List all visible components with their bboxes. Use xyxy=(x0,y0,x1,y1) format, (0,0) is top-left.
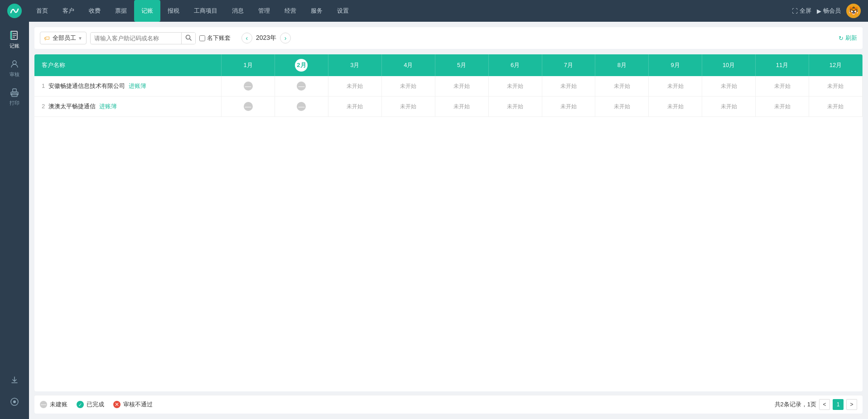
table-container: 客户名称 1月 2月 3月 4月 xyxy=(34,54,863,391)
company-name: 安徽畅捷通信息技术有限公司 xyxy=(48,82,125,89)
cell-month-7: 未开始 xyxy=(542,76,595,96)
cell-month-11: 未开始 xyxy=(756,96,809,117)
nav-manage[interactable]: 管理 xyxy=(251,0,277,22)
nav-right: ⛶ 全屏 ▶ 畅会员 🐯 xyxy=(792,4,868,18)
cell-month-1: — xyxy=(222,96,275,117)
sidebar-item-chat[interactable] xyxy=(7,392,22,412)
status-not-started: 未开始 xyxy=(721,83,737,89)
next-page-button[interactable]: > xyxy=(846,399,857,410)
table-row: 2澳澳太平畅捷通信进账簿——未开始未开始未开始未开始未开始未开始未开始未开始未开… xyxy=(34,96,863,117)
main-table: 客户名称 1月 2月 3月 4月 xyxy=(34,54,863,117)
status-not-started: 未开始 xyxy=(774,83,791,89)
sidebar-item-bookkeeping[interactable]: 记账 xyxy=(0,25,29,54)
cell-month-7: 未开始 xyxy=(542,96,595,117)
cell-month-6: 未开始 xyxy=(488,96,542,117)
cell-month-11: 未开始 xyxy=(756,76,809,96)
col-header-name: 客户名称 xyxy=(34,54,222,76)
rejected-icon: ✕ xyxy=(113,401,121,408)
sidebar-item-review[interactable]: 审核 xyxy=(0,54,29,82)
nav-bookkeeping[interactable]: 记账 xyxy=(134,0,160,22)
status-not-started: 未开始 xyxy=(667,83,684,89)
status-not-started: 未开始 xyxy=(721,103,737,110)
year-nav: ‹ 2023年 › xyxy=(241,33,291,43)
status-minus-icon: — xyxy=(244,102,253,111)
employee-filter[interactable]: 🏷 全部员工 ▼ xyxy=(40,32,87,44)
sidebar-item-download[interactable] xyxy=(7,370,22,390)
col-header-may: 5月 xyxy=(435,54,488,76)
refresh-button[interactable]: ↻ 刷新 xyxy=(839,34,857,42)
company-name: 澳澳太平畅捷通信 xyxy=(48,103,96,110)
svg-line-12 xyxy=(189,39,191,40)
completed-icon: ✓ xyxy=(77,401,84,408)
enter-ledger-link[interactable]: 进账簿 xyxy=(99,103,117,110)
status-not-started: 未开始 xyxy=(774,103,791,110)
prev-page-button[interactable]: < xyxy=(819,399,830,410)
nav-fee[interactable]: 收费 xyxy=(82,0,108,22)
table-row: 1安徽畅捷通信息技术有限公司进账簿——未开始未开始未开始未开始未开始未开始未开始… xyxy=(34,76,863,96)
cell-month-8: 未开始 xyxy=(595,96,649,117)
search-input[interactable] xyxy=(91,33,181,43)
cell-month-1: — xyxy=(222,76,275,96)
refresh-label: 刷新 xyxy=(845,34,857,42)
col-header-dec: 12月 xyxy=(809,54,862,76)
rejected-label: 审核不通过 xyxy=(123,400,153,409)
search-button[interactable] xyxy=(181,33,195,44)
pagination: 共2条记录，1页 < 1 > xyxy=(775,399,857,410)
nav-settings[interactable]: 设置 xyxy=(330,0,356,22)
cell-month-9: 未开始 xyxy=(649,76,702,96)
member-button[interactable]: ▶ 畅会员 xyxy=(817,7,841,15)
page-1-button[interactable]: 1 xyxy=(833,399,844,410)
sidebar-item-print[interactable]: 打印 xyxy=(0,82,29,111)
cell-month-5: 未开始 xyxy=(435,96,488,117)
next-year-button[interactable]: › xyxy=(280,33,291,43)
cell-month-3: 未开始 xyxy=(328,96,381,117)
nav-operations[interactable]: 经营 xyxy=(277,0,304,22)
nav-message[interactable]: 消息 xyxy=(225,0,251,22)
nav-tax[interactable]: 报税 xyxy=(160,0,187,22)
logo xyxy=(0,0,29,22)
cell-month-2: — xyxy=(275,76,328,96)
status-minus-icon: — xyxy=(297,102,306,111)
nav-home[interactable]: 首页 xyxy=(29,0,55,22)
legend-completed: ✓ 已完成 xyxy=(77,400,104,409)
row-number: 1 xyxy=(42,82,45,89)
status-not-started: 未开始 xyxy=(827,83,844,89)
status-not-started: 未开始 xyxy=(347,83,363,89)
sidebar-label-review: 审核 xyxy=(10,71,19,78)
status-not-started: 未开始 xyxy=(614,103,630,110)
fullscreen-button[interactable]: ⛶ 全屏 xyxy=(792,7,811,15)
legend-rejected: ✕ 审核不通过 xyxy=(113,400,153,409)
enter-ledger-link[interactable]: 进账簿 xyxy=(129,82,146,89)
status-not-started: 未开始 xyxy=(400,103,416,110)
sidebar: 记账 审核 打印 xyxy=(0,22,29,419)
nav-customer[interactable]: 客户 xyxy=(55,0,82,22)
col-header-jun: 6月 xyxy=(488,54,542,76)
svg-point-6 xyxy=(13,61,16,64)
tag-icon: 🏷 xyxy=(44,35,50,42)
avatar[interactable]: 🐯 xyxy=(846,4,861,18)
status-not-started: 未开始 xyxy=(507,103,523,110)
prev-year-button[interactable]: ‹ xyxy=(241,33,252,43)
member-label: 畅会员 xyxy=(823,7,841,15)
my-accounts-checkbox-label[interactable]: 名下账套 xyxy=(199,34,231,42)
cell-month-6: 未开始 xyxy=(488,76,542,96)
top-nav: 首页 客户 收费 票据 记账 报税 工商项目 消息 管理 经营 服务 设置 ⛶ … xyxy=(0,0,868,22)
my-accounts-checkbox[interactable] xyxy=(199,35,205,41)
nav-invoice[interactable]: 票据 xyxy=(108,0,134,22)
content-area: 🏷 全部员工 ▼ 名下账套 ‹ 2023年 › xyxy=(29,22,868,419)
nav-business[interactable]: 工商项目 xyxy=(187,0,225,22)
row-number: 2 xyxy=(42,103,45,110)
col-header-mar: 3月 xyxy=(328,54,381,76)
refresh-icon: ↻ xyxy=(839,35,844,42)
active-month-circle: 2月 xyxy=(295,59,308,72)
nav-service[interactable]: 服务 xyxy=(304,0,330,22)
cell-month-10: 未开始 xyxy=(702,96,756,117)
main-layout: 记账 审核 打印 xyxy=(0,22,868,419)
table-body: 1安徽畅捷通信息技术有限公司进账簿——未开始未开始未开始未开始未开始未开始未开始… xyxy=(34,76,863,117)
year-display: 2023年 xyxy=(256,34,276,42)
table-header-row: 客户名称 1月 2月 3月 4月 xyxy=(34,54,863,76)
cell-month-4: 未开始 xyxy=(381,96,435,117)
cell-month-8: 未开始 xyxy=(595,76,649,96)
print-icon xyxy=(9,87,20,98)
col-header-apr: 4月 xyxy=(381,54,435,76)
